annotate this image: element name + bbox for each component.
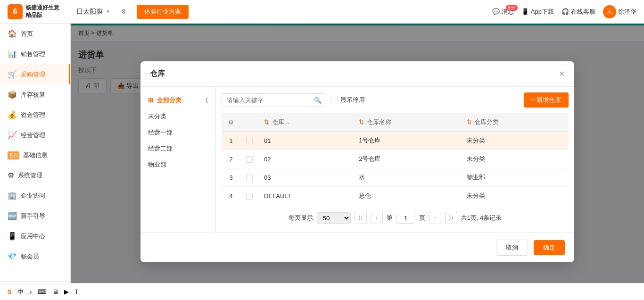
sidebar-item-basic[interactable]: EA 基础信息: [0, 145, 70, 165]
message-btn[interactable]: 💬 消息 99+: [492, 8, 514, 16]
table-row[interactable]: 4 DEFAULT 总仓 未分类: [222, 187, 569, 205]
sidebar-item-member-label: 畅会员: [21, 252, 39, 261]
brand-text: 畅捷通好生意 精品版: [25, 4, 59, 19]
table-row[interactable]: 1 01 1号仓库 未分类: [222, 132, 569, 150]
row-category: 未分类: [461, 150, 569, 168]
member-icon: 💎: [8, 252, 17, 261]
bottom-zh-icon[interactable]: 中: [17, 288, 24, 296]
warehouse-panel: 🔍 显示停用 + 新增仓库: [216, 87, 574, 233]
system-icon: ⚙: [8, 171, 14, 180]
page-number-input[interactable]: [396, 213, 415, 224]
modal-close-button[interactable]: ✕: [559, 69, 565, 78]
modal-body: ⊞ 全部分类 《 未分类 经营一部 经营二部 物业部: [140, 87, 574, 233]
bottom-keyboard-icon[interactable]: ⌨: [38, 288, 47, 295]
category-item-uncat[interactable]: 未分类: [140, 108, 215, 125]
all-categories-header[interactable]: ⊞ 全部分类 《: [140, 92, 215, 108]
category-item-property[interactable]: 物业部: [140, 157, 215, 173]
page-first-btn[interactable]: ⟨⟨: [355, 212, 367, 224]
sidebar-item-operation[interactable]: 📈 经营管理: [0, 125, 70, 145]
sidebar-item-basic-label: 基础信息: [23, 151, 48, 159]
row-category: 未分类: [461, 187, 569, 205]
page-prev-btn[interactable]: ‹: [371, 212, 383, 224]
row-name: 水: [353, 168, 461, 187]
sidebar-item-sales[interactable]: 📊 销售管理: [0, 44, 70, 64]
app-download-btn[interactable]: 📱 App下载: [521, 8, 554, 16]
header-right: 💬 消息 99+ 📱 App下载 🎧 在线客服 人 徐泽华: [492, 5, 636, 18]
row-category: 物业部: [461, 168, 569, 187]
search-input[interactable]: [222, 93, 325, 107]
sidebar-item-member[interactable]: 💎 畅会员: [0, 246, 70, 267]
sidebar-item-enterprise-label: 企业协同: [21, 192, 45, 200]
page-summary: 共1页, 4条记录: [461, 214, 502, 222]
warehouse-table: ⚙ ⇅ 仓库... ⇅ 仓库名称: [222, 113, 569, 205]
row-check[interactable]: [240, 150, 258, 168]
category-item-ops2[interactable]: 经营二部: [140, 141, 215, 157]
user-menu[interactable]: 人 徐泽华: [603, 5, 636, 18]
main-layout: 🏠 首页 📊 销售管理 🛒 采购管理 📦 库存核算 💰 资金管理 📈 经营管理 …: [0, 24, 644, 300]
sidebar-item-inventory[interactable]: 📦 库存核算: [0, 84, 70, 105]
bottom-screen-icon[interactable]: 🖥: [52, 288, 58, 295]
warehouse-tbody: 1 01 1号仓库 未分类 2 02 2号仓库 未分类 3 03 水 物业部 4…: [222, 132, 569, 205]
bottom-t-icon[interactable]: T: [74, 288, 78, 295]
settings-button[interactable]: ⚙: [116, 4, 131, 19]
trial-btn[interactable]: 体验行业方案: [137, 5, 189, 19]
row-check[interactable]: [240, 132, 258, 150]
page-last-btn[interactable]: ⟩⟩: [445, 212, 457, 224]
page-next-btn[interactable]: ›: [429, 212, 441, 224]
appstore-icon: 📱: [8, 232, 17, 241]
phone-icon: 📱: [521, 8, 529, 15]
sort-name-icon: ⇅: [359, 118, 364, 125]
all-categories-label: ⊞ 全部分类: [148, 96, 182, 105]
page-label: 第: [387, 214, 393, 222]
message-icon: 💬: [492, 8, 500, 15]
purchase-icon: 🛒: [8, 70, 17, 79]
sidebar-item-system[interactable]: ⚙ 系统管理: [0, 165, 70, 185]
per-page-select[interactable]: 50 100: [317, 212, 351, 224]
bottom-play-icon[interactable]: ▶: [64, 288, 69, 295]
pagination: 每页显示 50 100 ⟨⟨ ‹ 第 页 › ⟩⟩: [222, 205, 569, 227]
app-download-label: App下载: [531, 8, 554, 16]
sidebar-item-home[interactable]: 🏠 首页: [0, 24, 70, 44]
app-logo: 6: [8, 4, 23, 19]
col-code[interactable]: ⇅ 仓库...: [258, 113, 353, 132]
table-row[interactable]: 2 02 2号仓库 未分类: [222, 150, 569, 168]
category-item-ops1[interactable]: 经营一部: [140, 125, 215, 141]
row-check[interactable]: [240, 187, 258, 205]
bottom-bar: S 中 ♪ ⌨ 🖥 ▶ T: [0, 283, 644, 300]
row-checkbox[interactable]: [246, 175, 253, 181]
sidebar-item-finance[interactable]: 💰 资金管理: [0, 105, 70, 125]
store-dropdown-arrow: ▼: [106, 9, 110, 14]
store-selector[interactable]: 日太阳膜 ▼: [76, 8, 110, 16]
sidebar-item-enterprise[interactable]: 🏢 企业协同: [0, 185, 70, 206]
collapse-btn[interactable]: 《: [202, 97, 208, 105]
confirm-button[interactable]: 确定: [534, 240, 565, 255]
service-btn[interactable]: 🎧 在线客服: [561, 8, 595, 16]
row-check[interactable]: [240, 168, 258, 187]
row-checkbox[interactable]: [246, 193, 253, 200]
sort-category-icon: ⇅: [467, 118, 472, 125]
warehouse-table-wrap: ⚙ ⇅ 仓库... ⇅ 仓库名称: [222, 113, 569, 205]
show-disabled-checkbox[interactable]: [331, 97, 338, 103]
sidebar: 🏠 首页 📊 销售管理 🛒 采购管理 📦 库存核算 💰 资金管理 📈 经营管理 …: [0, 24, 71, 300]
table-row[interactable]: 3 03 水 物业部: [222, 168, 569, 187]
guide-icon: 🆕: [8, 211, 17, 220]
enterprise-icon: 🏢: [8, 191, 17, 200]
sidebar-item-purchase[interactable]: 🛒 采购管理: [0, 64, 70, 84]
sidebar-item-appstore[interactable]: 📱 应用中心: [0, 226, 70, 246]
finance-icon: 💰: [8, 110, 17, 119]
row-code: 03: [258, 168, 353, 187]
row-checkbox[interactable]: [246, 156, 253, 163]
sidebar-item-guide[interactable]: 🆕 新手引导: [0, 206, 70, 226]
col-name[interactable]: ⇅ 仓库名称: [353, 113, 461, 132]
row-checkbox[interactable]: [246, 138, 253, 144]
message-badge: 99+: [506, 5, 518, 11]
bottom-s-icon: S: [8, 288, 12, 295]
add-warehouse-btn[interactable]: + 新增仓库: [524, 92, 569, 108]
home-icon: 🏠: [8, 29, 17, 38]
row-name: 1号仓库: [353, 132, 461, 150]
headset-icon: 🎧: [561, 8, 569, 15]
search-icon: 🔍: [314, 97, 322, 104]
cancel-button[interactable]: 取消: [496, 240, 528, 256]
col-category[interactable]: ⇅ 仓库分类: [461, 113, 569, 132]
bottom-note-icon[interactable]: ♪: [29, 288, 33, 295]
